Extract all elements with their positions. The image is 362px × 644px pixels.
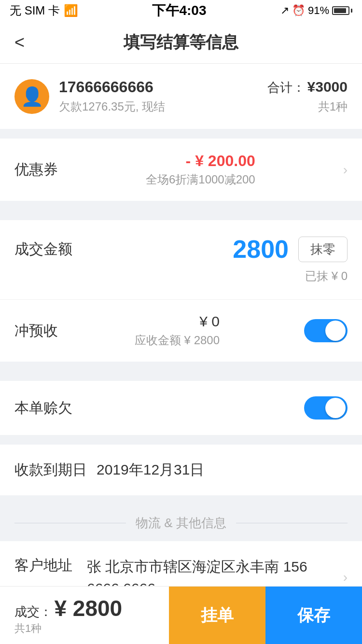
avatar-icon: 👤 bbox=[21, 86, 43, 107]
no-sim-text: 无 SIM 卡 bbox=[10, 3, 60, 18]
coupon-arrow-icon: › bbox=[343, 162, 348, 178]
prepay-amount: ¥ 0 bbox=[199, 313, 220, 330]
status-left: 无 SIM 卡 📶 bbox=[10, 3, 78, 18]
amount-row: 成交金额 2800 抹零 bbox=[14, 235, 348, 264]
duedate-card: 收款到期日 2019年12月31日 bbox=[0, 445, 362, 495]
save-button[interactable]: 保存 bbox=[265, 587, 362, 644]
duedate-section: 收款到期日 2019年12月31日 bbox=[0, 445, 362, 495]
pending-button[interactable]: 挂单 bbox=[169, 587, 265, 644]
amount-sub: 已抹 ¥ 0 bbox=[305, 269, 348, 282]
arrears-toggle[interactable] bbox=[304, 396, 348, 420]
avatar: 👤 bbox=[14, 79, 49, 114]
user-sub: 欠款1276.35元, 现结 bbox=[59, 99, 267, 114]
arrears-section: 本单赊欠 bbox=[0, 381, 362, 435]
transaction-amount-value: 2800 bbox=[233, 235, 289, 264]
toggle-knob bbox=[325, 321, 346, 341]
coupon-value: - ¥ 200.00 bbox=[186, 152, 255, 170]
status-right: ↗ ⏰ 91% bbox=[280, 4, 352, 17]
address-label: 客户地址 bbox=[14, 556, 72, 575]
coupon-card[interactable]: 优惠券 - ¥ 200.00 全场6折满1000减200 › bbox=[0, 139, 362, 201]
user-info-row: 👤 17666666666 欠款1276.35元, 现结 合计： ¥3000 共… bbox=[0, 64, 362, 129]
total-count: 共1种 bbox=[267, 99, 348, 114]
round-off-button[interactable]: 抹零 bbox=[298, 237, 348, 262]
bottom-summary: 成交： ¥ 2800 共1种 bbox=[0, 595, 169, 636]
status-bar: 无 SIM 卡 📶 下午4:03 ↗ ⏰ 91% bbox=[0, 0, 362, 21]
total-amount: ¥3000 bbox=[307, 79, 348, 95]
user-info-card: 👤 17666666666 欠款1276.35元, 现结 合计： ¥3000 共… bbox=[0, 64, 362, 129]
prepay-right: ¥ 0 应收金额 ¥ 2800 bbox=[135, 313, 220, 348]
prepay-desc: 应收金额 ¥ 2800 bbox=[135, 333, 220, 348]
logistics-line-left bbox=[14, 523, 126, 523]
nav-bar: < 填写结算等信息 bbox=[0, 21, 362, 64]
transaction-card: 成交金额 2800 抹零 已抹 ¥ 0 冲预收 ¥ 0 应收金额 ¥ 2800 bbox=[0, 220, 362, 362]
user-total: 合计： ¥3000 共1种 bbox=[267, 79, 348, 114]
duedate-label: 收款到期日 bbox=[14, 460, 87, 480]
logistics-header: 物流 & 其他信息 bbox=[0, 505, 362, 541]
bottom-amount: ¥ 2800 bbox=[54, 596, 122, 621]
coupon-desc: 全场6折满1000减200 bbox=[146, 172, 255, 187]
logistics-text: 物流 & 其他信息 bbox=[136, 515, 226, 532]
prepay-section: 冲预收 ¥ 0 应收金额 ¥ 2800 bbox=[0, 299, 362, 362]
arrears-label: 本单赊欠 bbox=[14, 398, 72, 418]
bottom-count: 共1种 bbox=[14, 621, 154, 636]
status-time: 下午4:03 bbox=[152, 1, 206, 20]
location-icon: ↗ bbox=[280, 4, 289, 17]
user-phone: 17666666666 bbox=[59, 78, 267, 96]
user-details: 17666666666 欠款1276.35元, 现结 bbox=[59, 78, 267, 114]
bottom-bar: 成交： ¥ 2800 共1种 挂单 保存 bbox=[0, 586, 362, 644]
content-area: 👤 17666666666 欠款1276.35元, 现结 合计： ¥3000 共… bbox=[0, 64, 362, 644]
coupon-label: 优惠券 bbox=[14, 160, 58, 180]
wifi-icon: 📶 bbox=[64, 4, 78, 17]
amount-value-group: 2800 抹零 bbox=[233, 235, 348, 264]
page-title: 填写结算等信息 bbox=[124, 31, 238, 54]
arrears-card: 本单赊欠 bbox=[0, 381, 362, 435]
amount-section: 成交金额 2800 抹零 已抹 ¥ 0 bbox=[0, 220, 362, 298]
duedate-value: 2019年12月31日 bbox=[97, 460, 204, 480]
address-arrow-icon: › bbox=[343, 570, 348, 585]
coupon-right: - ¥ 200.00 全场6折满1000减200 bbox=[146, 152, 255, 187]
prepay-toggle[interactable] bbox=[304, 319, 348, 342]
bottom-label: 成交： bbox=[14, 604, 52, 619]
battery-icon bbox=[332, 6, 352, 15]
divider-1 bbox=[0, 210, 362, 220]
amount-label: 成交金额 bbox=[14, 239, 72, 259]
back-button[interactable]: < bbox=[14, 32, 43, 53]
arrears-toggle-knob bbox=[325, 398, 346, 418]
coupon-row[interactable]: 优惠券 - ¥ 200.00 全场6折满1000减200 › bbox=[0, 139, 362, 201]
alarm-icon: ⏰ bbox=[292, 4, 305, 17]
logistics-line-right bbox=[236, 523, 348, 523]
total-label: 合计： bbox=[267, 80, 305, 95]
divider-2 bbox=[0, 371, 362, 381]
prepay-label: 冲预收 bbox=[14, 321, 58, 341]
battery-percent: 91% bbox=[308, 4, 329, 17]
